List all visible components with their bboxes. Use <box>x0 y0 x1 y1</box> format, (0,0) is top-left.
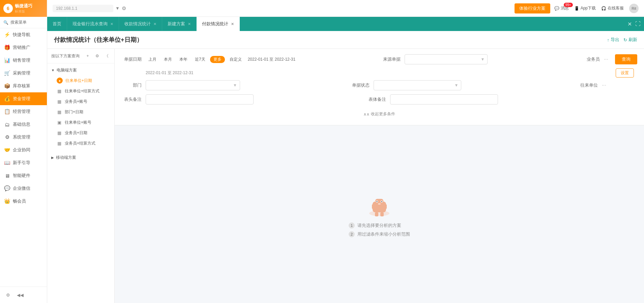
date-opt-more[interactable]: 更多 <box>210 56 225 63</box>
sidebar-item-quick-nav[interactable]: ⚡ 快捷导航 <box>0 28 47 41</box>
date-opt-this-year[interactable]: 本年 <box>177 56 190 63</box>
scheme-item-dept-date[interactable]: ▦ 部门+日期 <box>47 107 114 117</box>
newbie-icon: 📖 <box>4 160 10 166</box>
body-note-input[interactable] <box>390 94 498 104</box>
sidebar-item-operation[interactable]: 📋 经营管理 <box>0 105 47 118</box>
date-opt-this-month[interactable]: 本月 <box>161 56 175 63</box>
window-controls: ✕ ⛶ <box>624 17 644 31</box>
close-tab-btn[interactable]: ✕ <box>627 21 632 27</box>
search-menu[interactable]: 🔍 搜索菜单 <box>0 17 47 28</box>
sidebar-item-hardware[interactable]: 🖥 智能硬件 <box>0 169 47 182</box>
export-btn[interactable]: ↑ 导出 <box>607 37 620 43</box>
scheme-item-label: 往来单位+日期 <box>65 78 92 84</box>
scheme-item-label: 往来单位+账号 <box>65 120 91 125</box>
date-range-text: 2022-01-01 至 2022-12-31 <box>146 70 193 76</box>
voucher-status-label: 单据状态 <box>349 82 370 88</box>
query-btn[interactable]: 查询 <box>615 54 637 64</box>
address-dropdown-btn[interactable]: ▼ <box>115 6 120 11</box>
sidebar-item-purchase[interactable]: 🛒 采购管理 <box>0 67 47 80</box>
tab-home[interactable]: 首页 <box>47 17 67 31</box>
date-opt-7days[interactable]: 近7天 <box>192 56 208 63</box>
export-label: 导出 <box>611 37 619 43</box>
mobile-group-arrow: ▶ <box>51 156 54 159</box>
scheme-item-staff-account[interactable]: ▦ 业务员+账号 <box>47 96 114 107</box>
sidebar-item-sales[interactable]: 📊 销售管理 <box>0 54 47 67</box>
collapse-label: 收起更多条件 <box>371 111 395 117</box>
service-label: 在线客服 <box>608 5 624 11</box>
tab-collection-stat-close[interactable]: ✕ <box>153 22 156 26</box>
dept-select[interactable]: ▼ <box>146 80 240 90</box>
tab-collection-stat[interactable]: 收款情况统计 ✕ <box>119 17 162 31</box>
tab-payment-stat[interactable]: 付款情况统计 ✕ <box>197 17 240 31</box>
sidebar-item-capital[interactable]: 💰 资金管理 <box>0 92 47 105</box>
tab-cash-flow-close[interactable]: ✕ <box>110 22 113 26</box>
tab-new-scheme[interactable]: 新建方案 ✕ <box>162 17 197 31</box>
tab-payment-stat-close[interactable]: ✕ <box>231 22 234 26</box>
partner-label: 往来单位 <box>578 82 598 88</box>
scheme-item-partner-account[interactable]: ▣ 往来单位+账号 <box>47 117 114 128</box>
capital-icon: 💰 <box>4 96 10 102</box>
voucher-dropdown-icon: ▼ <box>454 83 458 88</box>
sidebar-item-inventory[interactable]: 📦 库存核算 <box>0 80 47 92</box>
scheme-item-partner-settle[interactable]: ▦ 往来单位+结算方式 <box>47 86 114 96</box>
scheme-item-partner-date[interactable]: ● 往来单位+日期 <box>47 75 114 86</box>
scheme-settings-btn[interactable]: ⚙ <box>93 52 101 60</box>
header-note-input[interactable] <box>146 94 254 104</box>
salesperson-dots[interactable]: ··· <box>604 56 608 62</box>
tab-new-scheme-close[interactable]: ✕ <box>188 22 191 26</box>
sidebar-item-basic[interactable]: 🗂 基础信息 <box>0 118 47 131</box>
app-download-btn[interactable]: 📱 App下载 <box>574 5 596 11</box>
svg-rect-7 <box>378 203 381 205</box>
sidebar-item-wechat[interactable]: 💬 企业微信 <box>0 182 47 195</box>
scheme-item-staff-settle[interactable]: ▦ 业务员+结算方式 <box>47 138 114 149</box>
tip-num-2: 2 <box>349 231 355 237</box>
sidebar-item-label: 经营管理 <box>13 109 30 115</box>
sidebar-item-label: 资金管理 <box>13 96 30 102</box>
right-panel: 单据日期 上月 本月 本年 近7天 更多 自定义 2022-01-01 至 20… <box>115 49 644 303</box>
date-opt-last-month[interactable]: 上月 <box>146 56 159 63</box>
voucher-status-select[interactable]: ▼ <box>374 80 461 90</box>
scheme-item-staff-date[interactable]: ▦ 业务员+日期 <box>47 128 114 138</box>
refresh-btn[interactable]: ↻ 刷新 <box>623 37 637 43</box>
sidebar-item-system[interactable]: ⚙ 系统管理 <box>0 131 47 144</box>
sidebar-item-label: 企业微信 <box>13 185 30 191</box>
export-icon: ↑ <box>607 37 610 42</box>
user-avatar[interactable]: Rit <box>629 4 639 13</box>
online-service-btn[interactable]: 🎧 在线客服 <box>601 5 624 11</box>
sidebar-version: 标准版 <box>15 9 32 14</box>
collapse-sidebar-btn[interactable]: ◀◀ <box>16 290 25 300</box>
date-opt-custom[interactable]: 自定义 <box>227 56 244 63</box>
sidebar-item-marketing[interactable]: 🎁 营销推广 <box>0 41 47 54</box>
filter-row-3: 表头备注 表体备注 <box>121 94 637 104</box>
tip-num-1: 1 <box>349 222 355 229</box>
message-badge: 99+ <box>564 3 573 7</box>
empty-tip-1: 1 请先选择要分析的方案 <box>349 222 410 229</box>
sidebar-item-member[interactable]: 👑 畅会员 <box>0 195 47 208</box>
address-bar[interactable]: 192.168.1.1 <box>53 5 113 12</box>
scheme-item-label: 业务员+账号 <box>65 99 87 104</box>
trial-industry-btn[interactable]: 体验行业方案 <box>515 3 550 13</box>
sidebar-item-newbie[interactable]: 📖 新手引导 <box>0 156 47 169</box>
pc-scheme-group-title[interactable]: ▼ 电脑端方案 <box>47 65 114 75</box>
tab-cash-flow[interactable]: 现金银行流水查询 ✕ <box>67 17 119 31</box>
sidebar-item-label: 新手引导 <box>13 160 30 166</box>
sidebar-item-cooperation[interactable]: 🤝 企业协同 <box>0 144 47 156</box>
refresh-icon: ↻ <box>623 37 627 42</box>
partner-dots[interactable]: ··· <box>602 82 606 88</box>
settings-btn[interactable]: ⚙ <box>122 5 126 11</box>
page-header-actions: ↑ 导出 ↻ 刷新 <box>607 37 638 43</box>
settings-footer-btn[interactable]: ⚙ <box>3 290 13 300</box>
source-select[interactable]: ▼ <box>405 54 488 64</box>
collapse-panel-btn[interactable]: 《 <box>103 52 110 60</box>
left-panel-header: 按以下方案查询 + ⚙ 《 <box>47 49 114 63</box>
svg-rect-10 <box>375 212 378 216</box>
maximize-btn[interactable]: ⛶ <box>635 21 641 27</box>
sidebar-item-label: 系统管理 <box>13 134 30 140</box>
mobile-scheme-group-title[interactable]: ▶ 移动端方案 <box>47 153 114 162</box>
add-scheme-btn[interactable]: + <box>84 52 91 60</box>
body-note-label: 表体备注 <box>366 96 386 102</box>
tab-collection-stat-label: 收款情况统计 <box>124 21 151 27</box>
setting-btn[interactable]: 设置 <box>616 68 634 78</box>
message-btn[interactable]: 💬 消息 99+ <box>554 5 569 11</box>
collapse-more-btn[interactable]: ∧∧ 收起更多条件 <box>121 109 637 120</box>
